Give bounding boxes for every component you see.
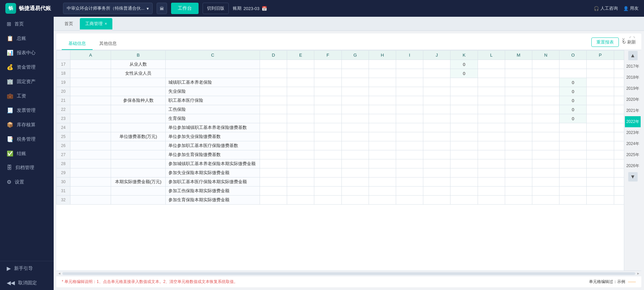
- cell-col-b[interactable]: 女性从业人员: [111, 69, 165, 78]
- cell-col-d[interactable]: [260, 141, 287, 150]
- cell-col-c[interactable]: 参加工伤保险本期实际缴费金额: [165, 187, 260, 196]
- cell-col-b[interactable]: [111, 159, 165, 168]
- cell-col-d[interactable]: [260, 114, 287, 123]
- cell-col-p[interactable]: [587, 105, 614, 114]
- cell-col-b[interactable]: [111, 105, 165, 114]
- cell-col-k[interactable]: [450, 187, 478, 196]
- cell-col-g[interactable]: [341, 168, 369, 177]
- cell-col-g[interactable]: [341, 150, 369, 159]
- cell-col-i[interactable]: [396, 123, 423, 132]
- cell-col-i[interactable]: [396, 187, 423, 196]
- cell-col-f[interactable]: [314, 105, 341, 114]
- cell-col-l[interactable]: [478, 96, 505, 105]
- cell-col-c[interactable]: 城镇职工基本养老保险: [165, 78, 260, 87]
- cell-col-l[interactable]: [478, 114, 505, 123]
- sidebar-item-home[interactable]: ⊞ 首页: [0, 17, 54, 31]
- sidebar-item-tax[interactable]: 📑 税务管理: [0, 132, 54, 146]
- cell-col-n[interactable]: [532, 168, 559, 177]
- cell-col-i[interactable]: [396, 196, 423, 205]
- cell-col-p[interactable]: [587, 159, 614, 168]
- cell-col-h[interactable]: [369, 105, 396, 114]
- cell-col-f[interactable]: [314, 114, 341, 123]
- cell-col-c[interactable]: 工伤保险: [165, 105, 260, 114]
- cell-col-b[interactable]: [111, 196, 165, 205]
- h-scrollbar[interactable]: ◄ ►: [56, 271, 641, 276]
- cell-col-d[interactable]: [260, 123, 287, 132]
- table-row[interactable]: 18女性从业人员0: [57, 69, 641, 78]
- table-row[interactable]: 31参加工伤保险本期实际缴费金额: [57, 187, 641, 196]
- cell-col-h[interactable]: [369, 177, 396, 187]
- cell-col-h[interactable]: [369, 114, 396, 123]
- cell-col-c[interactable]: [165, 69, 260, 78]
- cell-col-e[interactable]: [287, 132, 314, 141]
- cell-col-l[interactable]: [478, 78, 505, 87]
- cell-col-h[interactable]: [369, 150, 396, 159]
- cell-col-k[interactable]: [450, 159, 478, 168]
- cell-col-m[interactable]: [505, 69, 532, 78]
- cell-col-b[interactable]: 本期实际缴费金额(万元): [111, 177, 165, 187]
- cell-col-d[interactable]: [260, 87, 287, 96]
- cell-col-a[interactable]: [70, 96, 111, 105]
- cell-col-h[interactable]: [369, 187, 396, 196]
- cell-col-e[interactable]: [287, 114, 314, 123]
- sidebar-item-closing[interactable]: ✅ 结账: [0, 146, 54, 161]
- sub-tab-other[interactable]: 其他信息: [93, 38, 123, 50]
- cell-col-l[interactable]: [478, 187, 505, 196]
- company-selector[interactable]: 中审众环会计师事务所（特殊普通合伙... ▾: [63, 3, 153, 14]
- cell-col-l[interactable]: [478, 141, 505, 150]
- cell-col-h[interactable]: [369, 132, 396, 141]
- cell-col-c[interactable]: 生育保险: [165, 114, 260, 123]
- cell-col-c[interactable]: 参加城镇职工基本养老保险本期实际缴费金额: [165, 159, 260, 168]
- cell-col-l[interactable]: [478, 69, 505, 78]
- cell-col-p[interactable]: [587, 60, 614, 69]
- cell-col-e[interactable]: [287, 78, 314, 87]
- cell-col-i[interactable]: [396, 177, 423, 187]
- cell-col-j[interactable]: [423, 87, 450, 96]
- cell-col-k[interactable]: 0: [450, 60, 478, 69]
- cell-col-f[interactable]: [314, 168, 341, 177]
- cell-col-o[interactable]: 0: [559, 78, 587, 87]
- cell-col-m[interactable]: [505, 168, 532, 177]
- cell-col-j[interactable]: [423, 132, 450, 141]
- cell-col-j[interactable]: [423, 69, 450, 78]
- cell-col-g[interactable]: [341, 196, 369, 205]
- year-item[interactable]: 2018年: [625, 72, 641, 83]
- cell-col-m[interactable]: [505, 78, 532, 87]
- cell-col-j[interactable]: [423, 168, 450, 177]
- cell-col-h[interactable]: [369, 87, 396, 96]
- cell-col-a[interactable]: [70, 159, 111, 168]
- cell-col-e[interactable]: [287, 123, 314, 132]
- table-row[interactable]: 27单位参加生育保险缴费基数: [57, 150, 641, 159]
- cell-col-l[interactable]: [478, 87, 505, 96]
- cell-col-c[interactable]: 单位参加失业保险缴费基数: [165, 132, 260, 141]
- cell-col-c[interactable]: 参加失业保险本期实际缴费金额: [165, 168, 260, 177]
- cell-col-f[interactable]: [314, 78, 341, 87]
- cell-col-k[interactable]: [450, 150, 478, 159]
- cell-col-b[interactable]: [111, 150, 165, 159]
- cell-col-a[interactable]: [70, 78, 111, 87]
- cell-col-o[interactable]: 0: [559, 96, 587, 105]
- cell-col-c[interactable]: [165, 60, 260, 69]
- cell-col-j[interactable]: [423, 96, 450, 105]
- cell-col-m[interactable]: [505, 150, 532, 159]
- cell-col-e[interactable]: [287, 159, 314, 168]
- cell-col-g[interactable]: [341, 141, 369, 150]
- tab-close-icon[interactable]: ×: [105, 22, 107, 26]
- cell-col-l[interactable]: [478, 123, 505, 132]
- cell-col-a[interactable]: [70, 69, 111, 78]
- cell-col-j[interactable]: [423, 150, 450, 159]
- cell-col-f[interactable]: [314, 141, 341, 150]
- cell-col-f[interactable]: [314, 159, 341, 168]
- close-window-button[interactable]: ×: [621, 36, 626, 43]
- cell-col-j[interactable]: [423, 177, 450, 187]
- cell-col-g[interactable]: [341, 69, 369, 78]
- cell-col-a[interactable]: [70, 187, 111, 196]
- cell-col-d[interactable]: [260, 177, 287, 187]
- year-item[interactable]: 2024年: [625, 138, 641, 149]
- cell-col-p[interactable]: [587, 177, 614, 187]
- workbench-button[interactable]: 工作台: [171, 3, 199, 14]
- cell-col-d[interactable]: [260, 159, 287, 168]
- cell-col-b[interactable]: [111, 168, 165, 177]
- sidebar-item-payroll[interactable]: 💼 工资: [0, 89, 54, 103]
- year-item[interactable]: 2021年: [625, 105, 641, 116]
